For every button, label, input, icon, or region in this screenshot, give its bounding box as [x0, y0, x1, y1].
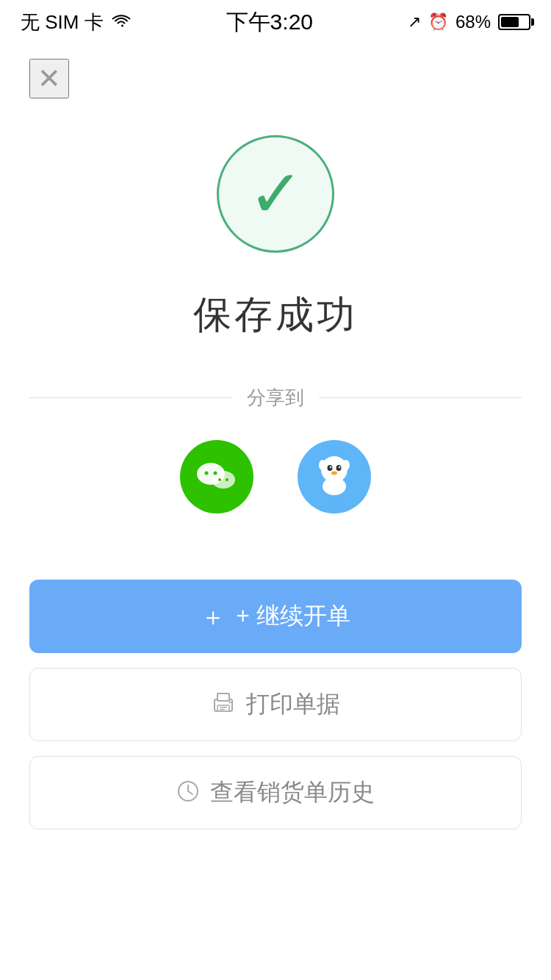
- svg-point-11: [339, 466, 340, 468]
- alarm-icon: ⏰: [428, 12, 448, 32]
- status-bar: 无 SIM 卡 下午3:20 ↗ ⏰ 68%: [0, 0, 551, 44]
- svg-point-10: [330, 466, 331, 468]
- continue-button[interactable]: ＋ + 继续开单: [29, 580, 522, 653]
- svg-point-9: [336, 465, 342, 471]
- svg-point-4: [218, 478, 221, 481]
- svg-point-14: [342, 460, 350, 470]
- history-button[interactable]: 查看销货单历史: [29, 756, 522, 829]
- print-icon: [211, 692, 236, 718]
- svg-point-12: [331, 472, 337, 475]
- print-label: 打印单据: [246, 688, 340, 721]
- success-icon-circle: ✓: [217, 135, 334, 253]
- buttons-section: ＋ + 继续开单 打印单据: [29, 580, 522, 829]
- status-time: 下午3:20: [226, 7, 313, 37]
- svg-point-20: [229, 701, 231, 703]
- svg-point-7: [323, 478, 346, 495]
- svg-rect-19: [220, 709, 225, 710]
- svg-point-2: [205, 472, 209, 475]
- share-label: 分享到: [247, 385, 304, 411]
- close-icon: ✕: [37, 65, 61, 93]
- divider-right: [319, 397, 522, 398]
- svg-point-3: [214, 472, 217, 475]
- success-title: 保存成功: [193, 289, 358, 341]
- status-right: ↗ ⏰ 68%: [408, 12, 530, 32]
- history-label: 查看销货单历史: [210, 777, 375, 809]
- svg-rect-16: [217, 693, 229, 701]
- qq-share-button[interactable]: [298, 440, 371, 514]
- battery-percent: 68%: [455, 12, 491, 32]
- svg-rect-18: [220, 707, 227, 708]
- status-left: 无 SIM 卡: [21, 10, 132, 35]
- plus-icon: ＋: [201, 604, 226, 629]
- svg-point-5: [226, 478, 228, 481]
- close-button[interactable]: ✕: [29, 59, 69, 98]
- svg-point-8: [328, 465, 333, 471]
- wifi-icon: [111, 11, 132, 34]
- share-icons-row: [29, 440, 522, 514]
- clock-icon: [176, 779, 200, 807]
- wechat-share-button[interactable]: [180, 440, 253, 514]
- svg-rect-17: [217, 705, 229, 711]
- qq-logo-icon: [314, 455, 355, 499]
- checkmark-icon: ✓: [248, 161, 303, 227]
- share-divider: 分享到: [29, 385, 522, 411]
- main-content: ✕ ✓ 保存成功 分享到: [0, 44, 551, 829]
- continue-label: + 继续开单: [236, 600, 350, 633]
- location-icon: ↗: [408, 12, 421, 32]
- wechat-logo-icon: [195, 458, 238, 496]
- battery-indicator: [498, 14, 530, 30]
- svg-point-13: [319, 460, 326, 470]
- print-button[interactable]: 打印单据: [29, 668, 522, 741]
- share-section: 分享到: [29, 385, 522, 514]
- carrier-text: 无 SIM 卡: [21, 10, 104, 35]
- divider-left: [29, 397, 232, 398]
